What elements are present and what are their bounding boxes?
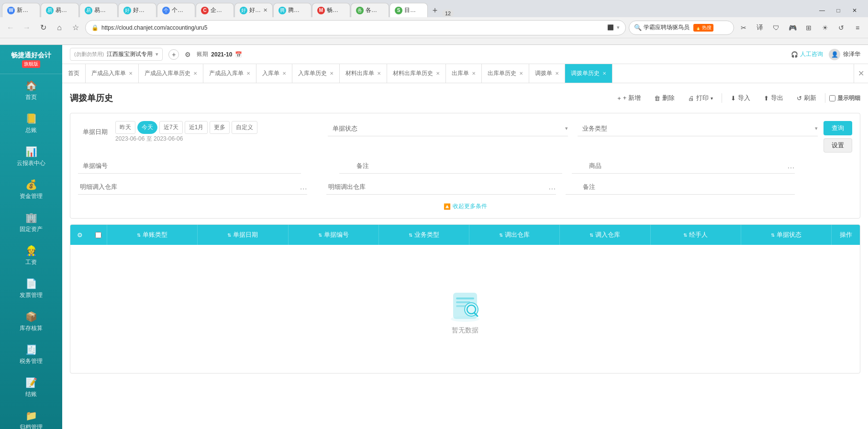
browser-tab-7-close[interactable]: ✕	[263, 7, 267, 13]
home-button[interactable]: ⌂	[53, 21, 66, 34]
tab-outbound-history[interactable]: 出库单历史 ✕	[482, 64, 529, 83]
th-handler[interactable]: ⇅ 经手人	[650, 225, 741, 245]
select-all-checkbox[interactable]	[89, 225, 107, 245]
tab-production-in-2[interactable]: 产成品入库单 ✕	[203, 64, 256, 83]
browser-tab-6[interactable]: C 企…	[196, 3, 234, 17]
th-biz-type[interactable]: ⇅ 业务类型	[378, 225, 469, 245]
yesterday-btn[interactable]: 昨天	[115, 121, 135, 134]
sidebar-item-payroll[interactable]: 👷 工资	[0, 239, 62, 272]
delete-button[interactable]: 🗑 删除	[649, 91, 679, 105]
browser-tab-9[interactable]: M 畅…	[312, 3, 350, 17]
browser-tab-5[interactable]: 个 个…	[157, 3, 195, 17]
tab-production-in-close[interactable]: ✕	[129, 71, 133, 76]
new-button[interactable]: + + 新增	[612, 91, 645, 105]
browser-tab-8[interactable]: 腾 腾…	[273, 3, 312, 17]
scissors-icon[interactable]: ✂	[737, 21, 750, 34]
today-btn[interactable]: 今天	[137, 121, 157, 134]
reload-button[interactable]: ↻	[36, 21, 50, 34]
show-all-checkbox[interactable]: 显示明细	[829, 94, 860, 102]
sidebar-item-closing[interactable]: 📝 结账	[0, 371, 62, 404]
th-doc-type[interactable]: ⇅ 单账类型	[107, 225, 197, 245]
month-btn[interactable]: 近1月	[185, 121, 208, 134]
tab-production-in-2-close[interactable]: ✕	[246, 71, 250, 76]
sidebar-item-archive[interactable]: 📁 归档管理	[0, 404, 62, 429]
tab-transfer-history-close[interactable]: ✕	[602, 71, 606, 76]
tab-transfer[interactable]: 调拨单 ✕	[529, 64, 565, 83]
tab-inbound-close[interactable]: ✕	[282, 71, 286, 76]
tab-inbound[interactable]: 入库单 ✕	[256, 64, 292, 83]
th-out-warehouse[interactable]: ⇅ 调出仓库	[469, 225, 559, 245]
sidebar-item-inventory[interactable]: 📦 库存核算	[0, 305, 62, 338]
forward-button[interactable]: →	[20, 21, 33, 34]
tab-production-in-history-close[interactable]: ✕	[193, 71, 197, 76]
minimize-button[interactable]: —	[814, 4, 830, 17]
calendar-icon[interactable]: 📅	[235, 51, 242, 58]
number-input[interactable]	[111, 158, 301, 174]
sidebar-item-home[interactable]: 🏠 首页	[0, 74, 62, 107]
browser-tab-7[interactable]: 好 好… ✕	[234, 3, 273, 17]
tab-outbound[interactable]: 出库单 ✕	[446, 64, 482, 83]
browser-tab-11[interactable]: S 目…	[389, 3, 428, 17]
tab-outbound-close[interactable]: ✕	[472, 71, 476, 76]
company-selector[interactable]: (勿删勿禁用) 江西服宝测试专用 ▾	[70, 48, 163, 61]
close-button[interactable]: ✕	[847, 4, 862, 17]
tab-material-out-history-close[interactable]: ✕	[436, 71, 440, 76]
show-all-input[interactable]	[829, 95, 835, 101]
browser-tab-3[interactable]: 易 易…	[79, 3, 118, 17]
goods-ellipsis[interactable]: …	[787, 162, 795, 170]
brightness-icon[interactable]: ☀	[818, 21, 832, 34]
remark-input[interactable]	[373, 158, 562, 174]
shield-icon[interactable]: 🛡	[769, 21, 783, 34]
export-button[interactable]: ⬆ 导出	[759, 91, 788, 105]
bookmark-button[interactable]: ☆	[69, 21, 82, 34]
print-button[interactable]: 🖨 打印 ▾	[683, 91, 718, 105]
translate-icon[interactable]: 译	[753, 21, 767, 34]
tab-production-in-history[interactable]: 产成品入库单历史 ✕	[139, 64, 203, 83]
browser-tab-2[interactable]: 易 易…	[41, 3, 79, 17]
close-all-tabs-button[interactable]: ✕	[854, 64, 868, 83]
in-warehouse-ellipsis[interactable]: …	[300, 183, 307, 191]
tab-transfer-history[interactable]: 调拨单历史 ✕	[565, 64, 612, 83]
tab-material-out[interactable]: 材料出库单 ✕	[340, 64, 387, 83]
back-button[interactable]: ←	[4, 21, 17, 34]
new-tab-button[interactable]: +	[428, 4, 442, 17]
th-doc-status[interactable]: ⇅ 单据状态	[741, 225, 831, 245]
game-icon[interactable]: 🎮	[786, 21, 799, 34]
tab-transfer-close[interactable]: ✕	[555, 71, 559, 76]
sidebar-item-assets[interactable]: 🏢 固定资产	[0, 206, 62, 239]
tab-inbound-history-close[interactable]: ✕	[330, 71, 334, 76]
tab-material-out-history[interactable]: 材料出库单历史 ✕	[387, 64, 446, 83]
grid-icon[interactable]: ⊞	[802, 21, 815, 34]
th-doc-date[interactable]: ⇅ 单据日期	[197, 225, 288, 245]
browser-tab-1[interactable]: W 新…	[2, 3, 40, 17]
filter-settings-button[interactable]: 设置	[823, 138, 852, 153]
query-button[interactable]: 查询	[823, 121, 852, 135]
gear-button[interactable]: ⚙	[185, 51, 191, 58]
tab-material-out-close[interactable]: ✕	[377, 71, 381, 76]
refresh-button[interactable]: ↺ 刷新	[792, 91, 821, 105]
browser-tab-4[interactable]: 好 好…	[118, 3, 156, 17]
user-info[interactable]: 👤 徐泽华	[829, 49, 860, 60]
table-settings-icon[interactable]: ⚙	[70, 225, 89, 245]
tab-outbound-history-close[interactable]: ✕	[519, 71, 523, 76]
custom-btn[interactable]: 自定义	[232, 121, 257, 134]
sidebar-item-ledger[interactable]: 📒 总账	[0, 107, 62, 140]
tab-production-in[interactable]: 产成品入库单 ✕	[86, 64, 139, 83]
address-bar[interactable]: 🔒 https://cloud.chanjet.com/accounting/u…	[85, 20, 626, 35]
note-input[interactable]	[599, 179, 795, 195]
add-company-button[interactable]: +	[168, 49, 179, 60]
more-btn[interactable]: 更多	[210, 121, 230, 134]
ai-consult-link[interactable]: 🎧 人工咨询	[791, 50, 823, 58]
th-in-warehouse[interactable]: ⇅ 调入仓库	[559, 225, 650, 245]
menu-icon[interactable]: ≡	[851, 21, 864, 34]
sidebar-item-finance[interactable]: 💰 资金管理	[0, 173, 62, 206]
week-btn[interactable]: 近7天	[159, 121, 183, 134]
select-all-input[interactable]	[95, 232, 101, 238]
sidebar-item-invoice[interactable]: 📄 发票管理	[0, 272, 62, 305]
tab-inbound-history[interactable]: 入库单历史 ✕	[292, 64, 340, 83]
sidebar-item-reports[interactable]: 📊 云报表中心	[0, 140, 62, 173]
undo-icon[interactable]: ↺	[835, 21, 848, 34]
maximize-button[interactable]: □	[831, 4, 846, 17]
browser-tab-10[interactable]: 各 各…	[351, 3, 389, 17]
sidebar-item-tax[interactable]: 🧾 税务管理	[0, 338, 62, 371]
